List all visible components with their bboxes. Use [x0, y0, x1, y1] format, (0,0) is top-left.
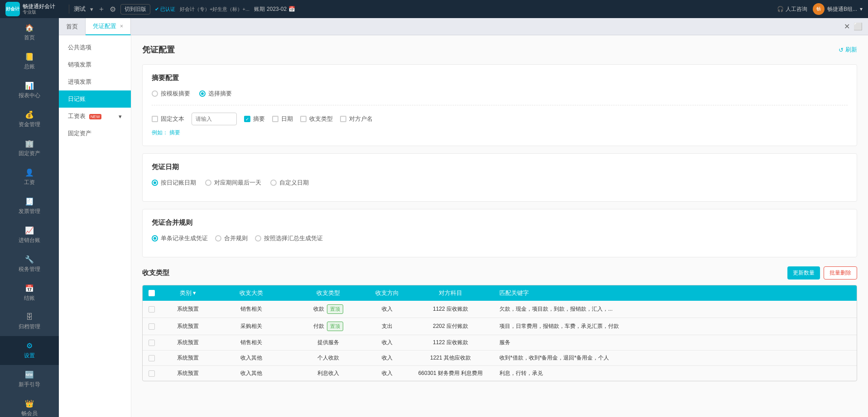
- update-button[interactable]: 更新数量: [787, 266, 820, 280]
- row-checkbox[interactable]: [143, 335, 161, 350]
- summary-radio-template[interactable]: 按模板摘要: [152, 90, 190, 98]
- sidebar-item-label: 总账: [24, 63, 35, 71]
- fixed-text-input[interactable]: [192, 113, 237, 125]
- row-checkbox[interactable]: [143, 366, 161, 381]
- row-checkbox[interactable]: [143, 318, 161, 335]
- tab-close-icon[interactable]: ×: [120, 23, 123, 29]
- merge-rules-radio-group: 单条记录生成凭证 合并规则 按照选择汇总生成凭证: [152, 234, 848, 242]
- company-dropdown-icon[interactable]: ▾: [90, 6, 93, 13]
- sidebar-item-home[interactable]: 🏠 首页: [0, 18, 59, 47]
- sidebar-item-membership[interactable]: 👑 畅会员: [0, 394, 59, 417]
- left-nav-public[interactable]: 公共选项: [59, 39, 131, 56]
- left-nav-payroll[interactable]: 工资表 NEW ▾: [59, 108, 131, 125]
- date-radio-journal[interactable]: 按日记账日期: [152, 179, 196, 187]
- row-checkbox[interactable]: [143, 351, 161, 365]
- main-content: 首页 凭证配置 × ✕ ⬜ 公共选项 销项发票 进项发: [59, 18, 868, 417]
- row-type: 提供服务: [288, 335, 369, 350]
- date-radio-period-last[interactable]: 对应期间最后一天: [205, 179, 261, 187]
- topbar-add-icon[interactable]: ＋: [98, 5, 105, 14]
- tab-maximize-button[interactable]: ⬜: [854, 22, 863, 31]
- row-checkbox[interactable]: [143, 301, 161, 317]
- left-nav-journal[interactable]: 日记账: [59, 90, 131, 108]
- summary-radio-select[interactable]: 选择摘要: [199, 90, 232, 98]
- sidebar-item-label: 资金管理: [19, 121, 40, 128]
- date-radio-custom[interactable]: 自定义日期: [270, 179, 309, 187]
- row-type: 个人收款: [288, 351, 369, 365]
- tab-home[interactable]: 首页: [59, 18, 86, 35]
- batch-delete-button[interactable]: 批量删除: [824, 266, 857, 280]
- row-keyword: 利息，行转，承兑: [496, 366, 857, 381]
- row-keyword: 欠款，现金，项目款，到款，报销款，汇入，...: [496, 301, 857, 317]
- sidebar-item-close-period[interactable]: 📅 结账: [0, 279, 59, 308]
- income-expense-section: 收支类型 更新数量 批量删除 类别 ▾: [142, 266, 857, 381]
- new-badge: NEW: [89, 114, 101, 119]
- col-check-header[interactable]: [143, 285, 161, 301]
- sidebar-item-payroll[interactable]: 👤 工资: [0, 163, 59, 192]
- sidebar-item-reports[interactable]: 📊 报表中心: [0, 76, 59, 105]
- left-nav-sales-invoice[interactable]: 销项发票: [59, 56, 131, 73]
- topbar-settings-icon[interactable]: ⚙: [110, 5, 116, 14]
- row-direction: 收入: [369, 351, 405, 365]
- certified-tag: ✔ 已认证: [155, 6, 175, 13]
- checkbox-summary[interactable]: 摘要: [244, 115, 265, 123]
- logo-icon: 好会计: [5, 2, 20, 16]
- user-menu[interactable]: 畅 畅捷通B组... ▾: [813, 3, 863, 15]
- row-keyword: 收到*借款，收到*备用金，退回*备用金，个人: [496, 351, 857, 365]
- avatar: 畅: [813, 3, 825, 15]
- row-direction: 收入: [369, 335, 405, 350]
- tab-voucher-config-label: 凭证配置: [93, 22, 116, 30]
- sidebar-item-label: 报表中心: [19, 92, 40, 100]
- select-all-checkbox[interactable]: [149, 290, 155, 296]
- switch-version-button[interactable]: 切到旧版: [120, 4, 150, 14]
- merge-radio-summary[interactable]: 按照选择汇总生成凭证: [255, 234, 323, 242]
- checkbox-counterpart[interactable]: 对方户名: [340, 115, 373, 123]
- sidebar-item-guide[interactable]: 🆕 新手引导: [0, 365, 59, 394]
- row-category: 系统预置: [161, 366, 215, 381]
- left-nav-fixed-assets[interactable]: 固定资产: [59, 125, 131, 142]
- summary-example: 例如： 摘要: [152, 129, 848, 137]
- tab-voucher-config[interactable]: 凭证配置 ×: [86, 18, 131, 35]
- service-button[interactable]: 🎧 人工咨询: [777, 5, 807, 13]
- summary-config-section: 摘要配置 按模板摘要 选择摘要: [142, 64, 857, 146]
- merge-radio-single[interactable]: 单条记录生成凭证: [152, 234, 208, 242]
- row-subject: 1122 应收账款: [405, 301, 496, 317]
- table-row: 系统预置 销售相关 收款 置顶 收入 1122 应收账款 欠款，现金，项目款，到…: [143, 301, 857, 318]
- sidebar-item-purchase-sales[interactable]: 📈 进销台账: [0, 221, 59, 250]
- radio-circle-checked: [152, 235, 158, 242]
- checkbox-income-type[interactable]: 收支类型: [300, 115, 333, 123]
- payroll-icon: 👤: [25, 168, 34, 177]
- sidebar-item-tax[interactable]: 🔧 税务管理: [0, 250, 59, 279]
- refresh-button[interactable]: ↺ 刷新: [839, 46, 857, 54]
- sidebar-item-settings[interactable]: ⚙ 设置: [0, 336, 59, 365]
- summary-section-title: 摘要配置: [152, 74, 848, 82]
- radio-circle-checked: [199, 90, 206, 97]
- sidebar-item-invoices[interactable]: 🧾 发票管理: [0, 192, 59, 221]
- row-big-type: 销售相关: [215, 335, 288, 350]
- sidebar-item-ledger[interactable]: 📒 总账: [0, 47, 59, 76]
- row-direction: 支出: [369, 318, 405, 335]
- left-nav-purchase-invoice[interactable]: 进项发票: [59, 73, 131, 90]
- checkbox-date[interactable]: 日期: [272, 115, 293, 123]
- merge-radio-rules[interactable]: 合并规则: [215, 234, 248, 242]
- row-type: 收款 置顶: [288, 301, 369, 317]
- sidebar-item-assets[interactable]: 🏢 固定资产: [0, 134, 59, 163]
- row-keyword: 服务: [496, 335, 857, 350]
- col-category-header: 类别 ▾: [161, 285, 215, 301]
- period-info: 账期 2023-02 📅: [254, 5, 295, 13]
- checkbox-fixed-text[interactable]: 固定文本: [152, 115, 184, 123]
- col-big-type-header: 收支大类: [215, 285, 288, 301]
- tab-close-window-button[interactable]: ✕: [844, 22, 850, 31]
- radio-circle-checked: [152, 180, 158, 186]
- sidebar-item-label: 发票管理: [19, 208, 40, 215]
- guide-icon: 🆕: [25, 370, 34, 379]
- tabbar: 首页 凭证配置 × ✕ ⬜: [59, 18, 868, 35]
- checkbox-box: [300, 116, 307, 122]
- radio-circle: [205, 180, 211, 186]
- voucher-date-section: 凭证日期 按日记账日期 对应期间最后一天 自定义日期: [142, 153, 857, 202]
- sidebar-item-archive[interactable]: 🗄 归档管理: [0, 308, 59, 336]
- calendar-icon[interactable]: 📅: [288, 6, 295, 12]
- sidebar-item-funds[interactable]: 💰 资金管理: [0, 105, 59, 134]
- table-action-buttons: 更新数量 批量删除: [787, 266, 857, 280]
- row-category: 系统预置: [161, 301, 215, 317]
- radio-circle: [255, 235, 261, 242]
